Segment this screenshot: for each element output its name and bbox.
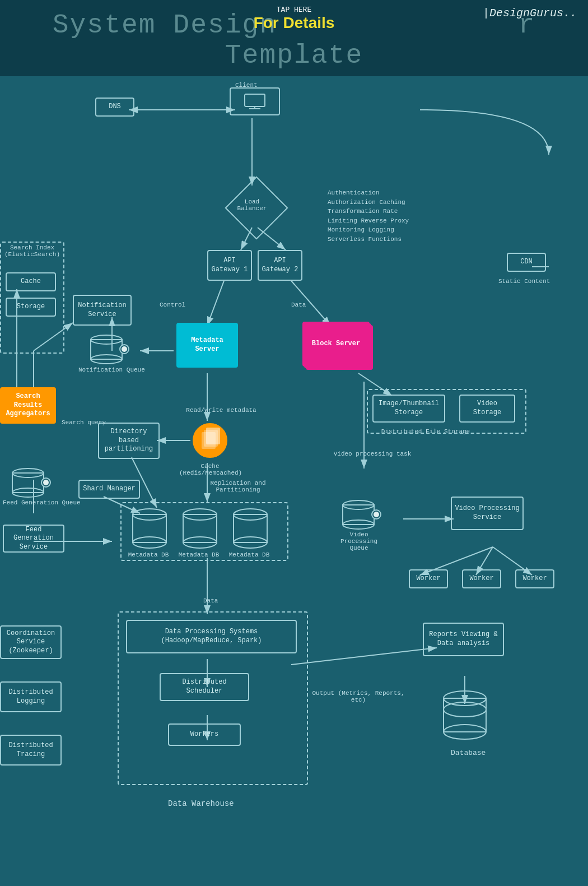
client-node xyxy=(230,87,280,115)
svg-point-48 xyxy=(43,480,49,485)
metadata-db1-cylinder xyxy=(129,508,171,555)
cdn: CDN xyxy=(507,253,546,272)
svg-line-26 xyxy=(291,648,437,665)
worker1: Worker xyxy=(409,569,448,588)
data-label2: Data xyxy=(203,597,218,604)
distributed-logging: Distributed Logging xyxy=(0,681,62,712)
control-label: Control xyxy=(160,301,185,308)
for-details-label: For Details xyxy=(254,14,335,31)
distributed-tracing: Distributed Tracing xyxy=(0,735,62,766)
svg-point-66 xyxy=(444,702,486,717)
video-processing-task-label: Video processing task xyxy=(330,451,414,457)
shard-manager: Shard Manager xyxy=(78,480,140,499)
file-storage-section xyxy=(367,389,526,434)
metadata-db3-label: Metadata DB xyxy=(227,551,272,558)
load-balancer-label: Load Balancer xyxy=(230,198,274,212)
coordination-service: Coordination Service (Zookeeper) xyxy=(0,625,62,659)
svg-line-6 xyxy=(207,281,224,326)
metadata-db3-cylinder xyxy=(230,508,272,555)
notification-service: Notification Service xyxy=(73,295,132,326)
search-index-label: Search Index (ElasticSearch) xyxy=(3,244,62,258)
distributed-scheduler: Distributed Scheduler xyxy=(160,673,249,701)
data-warehouse-label: Data Warehouse xyxy=(168,799,234,808)
notification-queue-cylinder xyxy=(87,334,132,368)
database-label: Database xyxy=(451,749,486,757)
notification-queue-label: Notification Queue xyxy=(78,367,145,373)
diagram: Client DNS Load Balancer API Gateway 1 A… xyxy=(0,76,588,886)
search-query-label: Search query xyxy=(62,419,106,426)
feed-gen-queue-cylinder xyxy=(8,467,53,501)
static-content-label: Static Content xyxy=(498,278,550,285)
dns-node: DNS xyxy=(95,98,134,117)
reports-viewing: Reports Viewing & Data analysis xyxy=(423,623,504,656)
replication-label: Replication and Partitioning xyxy=(202,480,274,493)
brand-label: |DesignGurus.. xyxy=(483,7,577,20)
metadata-db2-label: Metadata DB xyxy=(176,551,221,558)
feed-gen-queue-label: Feed Generation Queue xyxy=(3,499,81,506)
video-processing-service: Video Processing Service xyxy=(451,497,524,530)
cache-redis-circle xyxy=(190,421,230,463)
api-gateway-2: API Gateway 2 xyxy=(258,250,302,281)
worker3: Worker xyxy=(515,569,554,588)
cache-small: Cache xyxy=(6,272,56,291)
metadata-db2-cylinder xyxy=(179,508,221,555)
svg-rect-43 xyxy=(206,428,220,444)
api-gateway-1: API Gateway 1 xyxy=(207,250,252,281)
data-label: Data xyxy=(291,301,306,308)
directory-partitioning: Directory based partitioning xyxy=(98,423,160,459)
workers-dp: Workers xyxy=(168,723,241,746)
video-processing-queue-label: Video Processing Queue xyxy=(334,531,384,551)
metadata-server: Metadata Server xyxy=(176,323,238,368)
tap-here-overlay: TAP HERE For Details xyxy=(254,6,335,32)
client-label: Client xyxy=(235,82,258,89)
cache-redis-label: Cache (Redis/Memcached) xyxy=(179,463,241,476)
metadata-db1-label: Metadata DB xyxy=(126,551,171,558)
block-server: Block Server xyxy=(302,322,370,367)
search-results: Search Results Aggregators xyxy=(0,387,56,424)
video-processing-queue-cylinder xyxy=(339,499,384,533)
read-write-label: Read/write metadata xyxy=(179,407,263,414)
output-label: Output (Metrics, Reports, etc) xyxy=(311,690,406,703)
storage-small: Storage xyxy=(6,298,56,317)
database-cylinder xyxy=(440,690,490,746)
feed-gen-service: Feed Generation Service xyxy=(3,525,64,553)
svg-point-62 xyxy=(374,512,379,517)
data-processing: Data Processing Systems (Hadoop/MapReduc… xyxy=(126,620,297,653)
svg-point-39 xyxy=(122,346,127,352)
tap-here-label: TAP HERE xyxy=(254,6,335,14)
worker2: Worker xyxy=(462,569,501,588)
svg-rect-32 xyxy=(245,94,265,106)
header: TAP HERE For Details System Design r Tem… xyxy=(0,0,588,76)
api-features-label: Authentication Authorization Caching Tra… xyxy=(328,188,423,244)
